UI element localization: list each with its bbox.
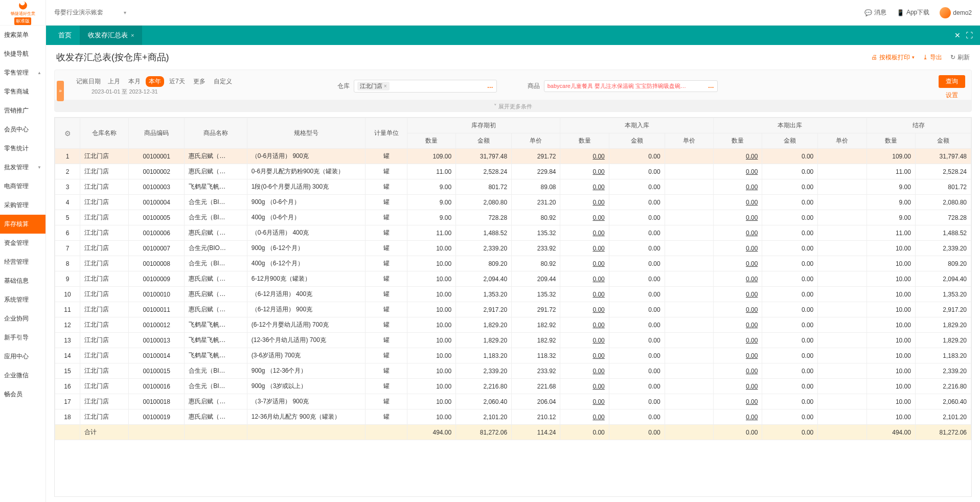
tab-close-icon[interactable]: × (131, 32, 134, 38)
warehouse-tag-remove[interactable]: × (384, 83, 387, 89)
export-label: 导出 (930, 53, 942, 62)
sidebar-item-19[interactable]: 畅会员 (0, 385, 45, 404)
table-row[interactable]: 9 江北门店 00100009 惠氏启赋（… 6-12月900克（罐装） 罐 1… (55, 271, 971, 287)
collapse-filter-button[interactable]: » (57, 81, 64, 101)
sub-col: 数量 (407, 133, 455, 149)
date-option-上月[interactable]: 上月 (105, 76, 123, 87)
sidebar-item-label: 搜索菜单 (4, 31, 29, 39)
table-row[interactable]: 12 江北门店 00100012 飞鹤星飞帆… (6-12个月婴幼儿适用) 70… (55, 317, 971, 333)
sidebar-item-9[interactable]: 采购管理 (0, 196, 45, 215)
table-row[interactable]: 11 江北门店 00100011 惠氏启赋（… （6-12月适用） 900克 罐… (55, 302, 971, 317)
sidebar-item-6[interactable]: 零售统计 (0, 139, 45, 158)
table-row[interactable]: 5 江北门店 00100005 合生元（BI… 400g （0-6个月） 罐 9… (55, 210, 971, 225)
table-row[interactable]: 1 江北门店 00100001 惠氏启赋（… （0-6月适用） 900克 罐 1… (55, 149, 971, 164)
sidebar-item-12[interactable]: 经营管理 (0, 253, 45, 271)
sidebar-item-label: 零售统计 (4, 144, 29, 153)
logo: 畅捷通好生意 标准版 (0, 0, 45, 26)
sidebar-item-18[interactable]: 企业微信 (0, 366, 45, 385)
tab-1[interactable]: 收发存汇总表× (80, 26, 142, 45)
table-row[interactable]: 4 江北门店 00100004 合生元（BI… 900g （0-6个月） 罐 9… (55, 195, 971, 210)
table-row[interactable]: 14 江北门店 00100014 飞鹤星飞帆… (3-6岁适用) 700克 罐 … (55, 348, 971, 363)
table-row[interactable]: 7 江北门店 00100007 合生元(BIO… 900g （6-12个月） 罐… (55, 241, 971, 256)
table-row[interactable]: 17 江北门店 00100018 惠氏启赋（… （3-7岁适用） 900克 罐 … (55, 394, 971, 409)
refresh-button[interactable]: ↻ 刷新 (950, 53, 970, 62)
sidebar-item-11[interactable]: 资金管理 (0, 234, 45, 253)
tab-0[interactable]: 首页 (50, 26, 80, 45)
sidebar-item-label: 会员中心 (4, 125, 29, 134)
sidebar-item-0[interactable]: 搜索菜单 (0, 26, 45, 44)
sidebar-item-14[interactable]: 系统管理 (0, 290, 45, 309)
sidebar-item-label: 库存核算 (4, 220, 29, 229)
sidebar-item-1[interactable]: 快捷导航 (0, 44, 45, 63)
sidebar-item-3[interactable]: 零售商城 (0, 82, 45, 101)
table-row[interactable]: 15 江北门店 00100015 合生元（BI… 900g （12-36个月） … (55, 363, 971, 379)
total-row: 合计 494.0081,272.06114.24 0.000.00 0.000.… (55, 425, 971, 440)
sub-col: 金额 (915, 133, 971, 149)
date-option-本年[interactable]: 本年 (146, 76, 164, 87)
product-browse-icon[interactable]: … (708, 82, 714, 89)
close-all-tabs-button[interactable]: ✕ (954, 31, 961, 39)
sub-col: 单价 (818, 133, 867, 149)
print-button[interactable]: 🖨 按模板打印 ▾ (871, 53, 915, 62)
sidebar-item-13[interactable]: 基础信息 (0, 271, 45, 290)
table-row[interactable]: 10 江北门店 00100010 惠氏启赋（… （6-12月适用） 400克 罐… (55, 287, 971, 302)
tab-label: 首页 (58, 31, 72, 40)
logo-brand: 畅捷通好生意 (11, 11, 35, 16)
version-badge: 标准版 (14, 17, 31, 25)
date-option-更多[interactable]: 更多 (190, 76, 209, 87)
sub-col: 金额 (762, 133, 818, 149)
table-row[interactable]: 6 江北门店 00100006 惠氏启赋（… （0-6月适用） 400克 罐 1… (55, 225, 971, 241)
col-settings[interactable]: ⚙ (55, 118, 80, 149)
gear-icon: ⚙ (64, 129, 71, 138)
warehouse-browse-icon[interactable]: … (487, 82, 493, 89)
fullscreen-button[interactable]: ⛶ (966, 31, 973, 39)
table-row[interactable]: 8 江北门店 00100008 合生元（BI… 400g （6-12个月） 罐 … (55, 256, 971, 271)
settings-button[interactable]: 设置 (939, 91, 965, 100)
table-row[interactable]: 18 江北门店 00100019 惠氏启赋（… 12-36月幼儿配方 900克（… (55, 409, 971, 425)
sidebar-item-label: 系统管理 (4, 295, 29, 304)
message-button[interactable]: 💬 消息 (864, 8, 886, 17)
query-button[interactable]: 查询 (939, 75, 965, 88)
table-row[interactable]: 2 江北门店 00100002 惠氏启赋（… 0-6月婴儿配方奶粉900克（罐装… (55, 164, 971, 179)
chevron-icon: ▲ (37, 71, 41, 75)
sidebar-item-15[interactable]: 企业协同 (0, 309, 45, 328)
sidebar-item-8[interactable]: 电商管理 (0, 177, 45, 196)
date-option-近7天[interactable]: 近7天 (166, 76, 188, 87)
logo-icon (17, 0, 29, 11)
sub-col: 金额 (609, 133, 665, 149)
product-text: babycare儿童餐具 婴儿注水保温碗 宝宝防摔碗吸盘碗辅食碗勺套装 雀湖绿 … (548, 82, 691, 90)
sidebar-item-10[interactable]: 库存核算 (0, 215, 45, 234)
account-selector[interactable]: 母婴行业演示账套 ▾ (54, 8, 126, 17)
col-group-opening: 库存期初 (407, 118, 560, 133)
sub-col: 单价 (665, 133, 713, 149)
expand-conditions-label: 展开更多条件 (498, 103, 532, 109)
date-option-自定义[interactable]: 自定义 (211, 76, 235, 87)
table-row[interactable]: 3 江北门店 00100003 飞鹤星飞帆… 1段(0-6个月婴儿适用) 300… (55, 179, 971, 195)
table-row[interactable]: 13 江北门店 00100013 飞鹤星飞帆… (12-36个月幼儿适用) 70… (55, 333, 971, 348)
refresh-icon: ↻ (950, 54, 955, 61)
sidebar-item-label: 经营管理 (4, 258, 29, 266)
expand-conditions-button[interactable]: ˅ 展开更多条件 (55, 100, 971, 111)
col-warehouse: 仓库名称 (80, 118, 129, 149)
product-input[interactable]: babycare儿童餐具 婴儿注水保温碗 宝宝防摔碗吸盘碗辅食碗勺套装 雀湖绿 … (544, 80, 718, 92)
col-code: 商品编码 (129, 118, 185, 149)
table-row[interactable]: 16 江北门店 00100016 合生元（BI… 900g （3岁或以上） 罐 … (55, 379, 971, 394)
sidebar-item-label: 电商管理 (4, 182, 29, 191)
sidebar-item-2[interactable]: 零售管理▲ (0, 63, 45, 82)
sidebar-item-5[interactable]: 会员中心 (0, 120, 45, 139)
sidebar-item-label: 企业协同 (4, 314, 29, 323)
sidebar-item-4[interactable]: 营销推广 (0, 101, 45, 120)
user-menu[interactable]: demo2 (940, 7, 972, 18)
sub-col: 数量 (714, 133, 762, 149)
chevron-down-icon: ▾ (124, 10, 126, 15)
sidebar-item-label: 采购管理 (4, 201, 29, 210)
sidebar-item-17[interactable]: 应用中心 (0, 347, 45, 366)
warehouse-input[interactable]: 江北门店 × … (354, 80, 497, 93)
export-button[interactable]: ⤓ 导出 (923, 53, 942, 62)
app-download-button[interactable]: 📱 App下载 (897, 8, 929, 17)
date-option-本月[interactable]: 本月 (125, 76, 144, 87)
sidebar-item-7[interactable]: 批发管理▼ (0, 158, 45, 177)
sidebar-item-16[interactable]: 新手引导 (0, 328, 45, 347)
message-icon: 💬 (864, 9, 872, 16)
warehouse-tag-label: 江北门店 (360, 82, 382, 90)
